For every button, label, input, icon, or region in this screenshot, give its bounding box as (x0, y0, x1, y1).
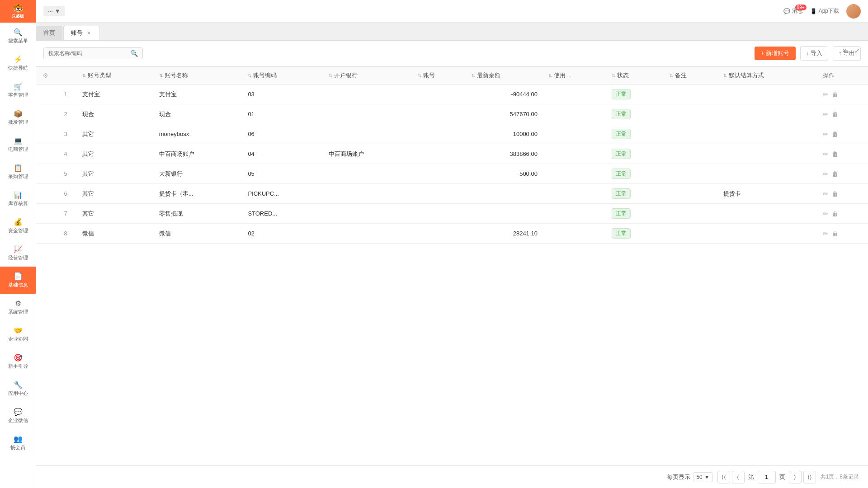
col-settings-header[interactable]: ⚙ (36, 67, 54, 84)
sidebar-icon-wholesale-mgmt: 📦 (14, 109, 23, 118)
row-settings-4 (36, 164, 54, 184)
sidebar: 🐯 乐盛版 🔍搜索菜单⚡快捷导航🛒零售管理📦批发管理💻电商管理📋采购管理📊库存核… (0, 0, 36, 488)
col-notes-header[interactable]: ⇅备注 (664, 67, 718, 84)
sidebar-item-basic-info[interactable]: 📄基础信息 (0, 267, 36, 294)
delete-icon-5[interactable]: 🗑 (832, 190, 838, 197)
sidebar-item-operations-mgmt[interactable]: 📈经营管理 (0, 239, 36, 267)
col-account-header[interactable]: ⇅账号 (412, 67, 467, 84)
delete-icon-1[interactable]: 🗑 (832, 111, 838, 118)
row-actions-2: ✏ 🗑 (817, 124, 868, 144)
current-page-input[interactable] (758, 471, 776, 483)
add-account-button[interactable]: + 新增账号 (755, 47, 796, 60)
sidebar-item-inventory[interactable]: 📊库存核算 (0, 185, 36, 212)
dropdown-arrow-icon: ▼ (55, 8, 61, 14)
col-payment-header[interactable]: ⇅默认结算方式 (718, 67, 817, 84)
breadcrumb-dropdown[interactable]: ··· ▼ (43, 6, 65, 16)
sidebar-label-enterprise-agreement: 企业协同 (8, 336, 28, 343)
search-icon[interactable]: 🔍 (130, 50, 138, 57)
col-usage-header[interactable]: ⇅使用... (543, 67, 606, 84)
row-notes-4 (664, 164, 718, 184)
sidebar-item-retail-mgmt[interactable]: 🛒零售管理 (0, 77, 36, 104)
row-balance-5 (466, 184, 543, 204)
row-actions-0: ✏ 🗑 (817, 84, 868, 104)
row-bank-0 (323, 84, 412, 104)
row-code-3: 04 (242, 144, 323, 164)
maximize-window-icon[interactable]: ⤢ (853, 46, 862, 55)
message-button[interactable]: 💬 消息 99+ (783, 7, 803, 15)
sidebar-item-quick-nav[interactable]: ⚡快捷导航 (0, 50, 36, 77)
logo-text: 乐盛版 (12, 14, 24, 19)
sidebar-label-ecommerce-mgmt: 电商管理 (8, 146, 28, 153)
sidebar-label-search-menu: 搜索菜单 (8, 38, 28, 44)
col-balance-header[interactable]: ⇅最新余额 (466, 67, 543, 84)
edit-icon-0[interactable]: ✏ (823, 91, 828, 98)
sidebar-item-enterprise-wechat[interactable]: 💬企业微信 (0, 402, 36, 429)
row-name-6: 零售抵现 (154, 204, 243, 224)
first-page-button[interactable]: ⟨⟨ (717, 471, 730, 483)
delete-icon-3[interactable]: 🗑 (832, 150, 838, 158)
col-name-header[interactable]: ⇅账号名称 (154, 67, 243, 84)
tab-账号[interactable]: 账号✕ (63, 26, 100, 40)
col-status-header[interactable]: ⇅状态 (606, 67, 664, 84)
page-size-select-box[interactable]: 50 ▼ (693, 472, 712, 482)
delete-icon-7[interactable]: 🗑 (832, 230, 838, 237)
sidebar-item-finance-mgmt[interactable]: 💰资金管理 (0, 212, 36, 239)
row-usage-0 (543, 84, 606, 104)
edit-icon-1[interactable]: ✏ (823, 111, 828, 118)
edit-icon-7[interactable]: ✏ (823, 230, 828, 237)
sidebar-item-members[interactable]: 👥畅会员 (0, 429, 36, 456)
sidebar-item-wholesale-mgmt[interactable]: 📦批发管理 (0, 104, 36, 131)
sidebar-item-app-center[interactable]: 🔧应用中心 (0, 375, 36, 402)
row-payment-7 (718, 224, 817, 244)
row-code-6: STORED... (242, 204, 323, 224)
row-settings-1 (36, 104, 54, 124)
last-page-button[interactable]: ⟩⟩ (803, 471, 816, 483)
row-account-6 (412, 204, 467, 224)
row-notes-0 (664, 84, 718, 104)
sidebar-item-enterprise-agreement[interactable]: 🤝企业协同 (0, 321, 36, 348)
total-info: 共1页，8条记录 (821, 473, 859, 481)
delete-icon-4[interactable]: 🗑 (832, 170, 838, 178)
col-actions-header: 操作 (817, 67, 868, 84)
edit-icon-4[interactable]: ✏ (823, 170, 828, 178)
sidebar-item-new-guide[interactable]: 🎯新手引导 (0, 348, 36, 375)
row-notes-1 (664, 104, 718, 124)
row-type-2: 其它 (77, 124, 154, 144)
status-badge-3: 正常 (612, 149, 631, 159)
edit-icon-6[interactable]: ✏ (823, 210, 828, 217)
delete-icon-0[interactable]: 🗑 (832, 91, 838, 98)
row-num-6: 7 (54, 204, 77, 224)
sidebar-item-search-menu[interactable]: 🔍搜索菜单 (0, 23, 36, 50)
close-window-icon[interactable]: ✕ (840, 46, 849, 55)
col-code-header[interactable]: ⇅账号编码 (242, 67, 323, 84)
table-row: 8 微信 微信 02 28241.10 正常 ✏ 🗑 (36, 224, 868, 244)
tab-close-1[interactable]: ✕ (85, 30, 92, 37)
prev-page-button[interactable]: ⟨ (732, 471, 745, 483)
col-bank-header[interactable]: ⇅开户银行 (323, 67, 412, 84)
import-button[interactable]: ↓ 导入 (800, 46, 828, 61)
row-type-6: 其它 (77, 204, 154, 224)
sidebar-item-system-mgmt[interactable]: ⚙系统管理 (0, 294, 36, 321)
sidebar-label-wholesale-mgmt: 批发管理 (8, 119, 28, 126)
row-actions-6: ✏ 🗑 (817, 204, 868, 224)
sidebar-item-purchase-mgmt[interactable]: 📋采购管理 (0, 158, 36, 185)
edit-icon-5[interactable]: ✏ (823, 190, 828, 197)
sidebar-icon-retail-mgmt: 🛒 (14, 82, 23, 91)
sidebar-item-ecommerce-mgmt[interactable]: 💻电商管理 (0, 131, 36, 158)
column-settings-icon[interactable]: ⚙ (42, 72, 48, 79)
user-avatar[interactable] (846, 4, 861, 19)
search-input[interactable] (48, 50, 130, 56)
app-download-button[interactable]: 📱 App下载 (810, 7, 839, 15)
page-suffix-label: 页 (779, 473, 785, 481)
next-page-button[interactable]: ⟩ (789, 471, 802, 483)
col-type-header[interactable]: ⇅账号类型 (77, 67, 154, 84)
row-account-1 (412, 104, 467, 124)
edit-icon-3[interactable]: ✏ (823, 150, 828, 158)
row-actions-5: ✏ 🗑 (817, 184, 868, 204)
tab-首页[interactable]: 首页 (36, 26, 62, 40)
delete-icon-2[interactable]: 🗑 (832, 131, 838, 138)
delete-icon-6[interactable]: 🗑 (832, 210, 838, 217)
row-settings-6 (36, 204, 54, 224)
edit-icon-2[interactable]: ✏ (823, 131, 828, 138)
row-code-7: 02 (242, 224, 323, 244)
